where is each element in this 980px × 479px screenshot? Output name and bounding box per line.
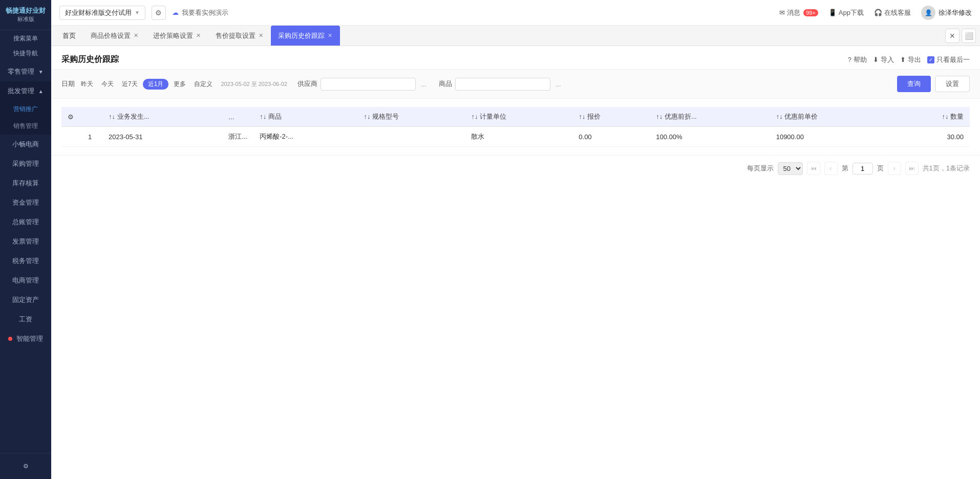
supplier-ellipsis-icon[interactable]: ... <box>419 80 429 88</box>
sidebar-item-wholesale[interactable]: 批发管理 ▲ <box>0 81 51 101</box>
tab-purchase-strategy-label: 进价策略设置 <box>153 31 193 40</box>
version-selector-label: 好业财标准版交付试用 <box>65 8 132 17</box>
app-download-icon: 📱 <box>828 9 837 16</box>
logo-subtitle: 标准版 <box>6 15 46 23</box>
th-quoted-price-label: 报价 <box>587 113 601 120</box>
sidebar-item-ecommerce-small[interactable]: 小畅电商 <box>0 135 51 154</box>
pagination-prev-button[interactable]: ‹ <box>824 162 838 175</box>
th-no <box>82 107 102 127</box>
th-spec[interactable]: ↑↓ 规格型号 <box>358 107 465 127</box>
th-quantity[interactable]: ↑↓ 数量 <box>892 107 970 127</box>
sidebar-quick-nav[interactable]: 快捷导航 <box>0 45 51 62</box>
sidebar-logo: 畅捷通好业财 标准版 <box>0 0 51 30</box>
export-button[interactable]: ⬆ 导出 <box>900 55 921 64</box>
sidebar-search[interactable]: 搜索菜单 <box>0 30 51 45</box>
retail-arrow-icon: ▼ <box>38 69 44 75</box>
app-download-button[interactable]: 📱 App下载 <box>828 8 864 17</box>
pagination-first-button[interactable]: ⏮ <box>807 162 820 175</box>
tab-purchase-history-close-icon[interactable]: ✕ <box>328 32 332 39</box>
page-title: 采购历史价跟踪 <box>61 54 119 65</box>
page-header: 采购历史价跟踪 ? 帮助 ⬇ 导入 ⬆ 导出 只看最后一 <box>51 46 980 69</box>
tab-home[interactable]: 首页 <box>55 26 83 46</box>
tab-close-button[interactable]: ✕ <box>945 29 960 43</box>
td-quantity: 30.00 <box>892 127 970 147</box>
th-biz-date-label: 业务发生... <box>117 113 150 120</box>
th-goods[interactable]: ↑↓ 商品 <box>253 107 357 127</box>
goods-filter-group: 商品 ... <box>439 78 563 91</box>
page-input[interactable] <box>853 163 873 175</box>
th-dots[interactable]: ... <box>222 107 253 127</box>
import-button[interactable]: ⬇ 导入 <box>873 55 894 64</box>
page-actions: ? 帮助 ⬇ 导入 ⬆ 导出 只看最后一 <box>848 55 970 64</box>
goods-ellipsis-icon[interactable]: ... <box>553 80 563 88</box>
app-download-label: App下载 <box>839 8 864 17</box>
sidebar-item-inventory[interactable]: 库存核算 <box>0 173 51 193</box>
sidebar-item-purchase[interactable]: 采购管理 <box>0 154 51 173</box>
date-btn-last7[interactable]: 近7天 <box>119 79 141 90</box>
import-icon: ⬇ <box>873 56 879 63</box>
online-service-button[interactable]: 🎧 在线客服 <box>874 8 911 17</box>
user-info[interactable]: 👤 徐泽华修改 <box>921 6 972 20</box>
sidebar-bottom: ⚙ <box>0 453 51 479</box>
supplier-filter-group: 供应商 ... <box>297 78 429 91</box>
th-biz-date[interactable]: ↑↓ 业务发生... <box>102 107 222 127</box>
date-btn-today[interactable]: 今天 <box>98 79 117 90</box>
tab-purchase-strategy-close-icon[interactable]: ✕ <box>196 32 201 39</box>
sidebar-item-finance[interactable]: 资金管理 <box>0 193 51 212</box>
date-btn-yesterday[interactable]: 昨天 <box>78 79 96 90</box>
tab-maximize-button[interactable]: ⬜ <box>962 29 976 43</box>
date-btn-custom[interactable]: 自定义 <box>191 79 216 90</box>
supplier-label: 供应商 <box>297 79 317 89</box>
date-btn-last1m[interactable]: 近1月 <box>143 79 169 90</box>
sidebar-item-ecommerce[interactable]: 电商管理 <box>0 271 51 290</box>
sidebar-item-tax[interactable]: 税务管理 <box>0 251 51 271</box>
message-button[interactable]: ✉ 消息 99+ <box>779 8 818 17</box>
tab-purchase-history[interactable]: 采购历史价跟踪 ✕ <box>271 26 340 46</box>
logo-title: 畅捷通好业财 <box>6 6 46 15</box>
td-discount: 100.00% <box>650 127 770 147</box>
tab-purchase-strategy[interactable]: 进价策略设置 ✕ <box>146 26 208 46</box>
pagination-next-button[interactable]: › <box>888 162 901 175</box>
tab-selling-price[interactable]: 售价提取设置 ✕ <box>208 26 271 46</box>
main-area: 好业财标准版交付试用 ▼ ⚙ ☁ 我要看实例演示 ✉ 消息 99+ 📱 App下… <box>51 0 980 479</box>
th-quoted-price[interactable]: ↑↓ 报价 <box>572 107 650 127</box>
only-last-label: 只看最后一 <box>936 55 970 64</box>
sidebar-settings-icon[interactable]: ⚙ <box>0 459 51 474</box>
sidebar-item-salary[interactable]: 工资 <box>0 310 51 329</box>
sidebar-item-smart[interactable]: 智能管理 <box>0 329 51 349</box>
tab-price[interactable]: 商品价格设置 ✕ <box>83 26 146 46</box>
sidebar-item-fixed-assets[interactable]: 固定资产 <box>0 290 51 310</box>
date-btn-more[interactable]: 更多 <box>171 79 189 90</box>
th-pre-discount-price-label: 优惠前单价 <box>784 113 818 120</box>
sidebar-item-retail[interactable]: 零售管理 ▼ <box>0 62 51 81</box>
demo-link[interactable]: ☁ 我要看实例演示 <box>172 8 228 17</box>
td-no: 1 <box>82 127 102 147</box>
th-unit[interactable]: ↑↓ 计量单位 <box>465 107 572 127</box>
tab-purchase-history-label: 采购历史价跟踪 <box>278 31 325 40</box>
tab-selling-price-close-icon[interactable]: ✕ <box>259 32 263 39</box>
th-discount[interactable]: ↑↓ 优惠前折... <box>650 107 770 127</box>
query-button[interactable]: 查询 <box>897 76 931 92</box>
only-last-checkbox[interactable]: 只看最后一 <box>927 55 970 64</box>
version-selector[interactable]: 好业财标准版交付试用 ▼ <box>59 6 145 20</box>
td-goods: 丙烯酸-2-... <box>253 127 357 147</box>
sidebar-item-general-ledger[interactable]: 总账管理 <box>0 212 51 232</box>
goods-input[interactable] <box>455 78 550 91</box>
pagination-last-button[interactable]: ⏭ <box>905 162 919 175</box>
checkbox-icon <box>927 56 934 63</box>
th-dots-label: ... <box>228 113 234 121</box>
settings-gear-button[interactable]: ⚙ <box>152 6 166 20</box>
th-pre-discount-price[interactable]: ↑↓ 优惠前单价 <box>770 107 892 127</box>
settings-button[interactable]: 设置 <box>935 76 970 92</box>
sidebar-item-sales[interactable]: 销售管理 <box>0 118 51 135</box>
per-page-select[interactable]: 50 <box>778 162 803 175</box>
help-button[interactable]: ? 帮助 <box>848 55 867 64</box>
sidebar-item-marketing[interactable]: 营销推广 <box>0 101 51 118</box>
th-gear[interactable]: ⚙ <box>61 107 82 127</box>
tab-price-close-icon[interactable]: ✕ <box>134 32 138 39</box>
content-area: 采购历史价跟踪 ? 帮助 ⬇ 导入 ⬆ 导出 只看最后一 <box>51 46 980 479</box>
wholesale-arrow-icon: ▲ <box>38 89 44 94</box>
sidebar-item-invoice[interactable]: 发票管理 <box>0 232 51 251</box>
supplier-input[interactable] <box>321 78 416 91</box>
sidebar: 畅捷通好业财 标准版 搜索菜单 快捷导航 零售管理 ▼ 批发管理 ▲ 营销推广 … <box>0 0 51 479</box>
